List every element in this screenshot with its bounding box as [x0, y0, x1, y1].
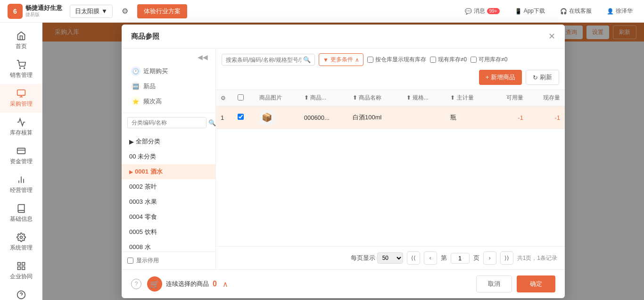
right-panel: 🔍 ▼ 更多条件 ∧ 按仓库显示现有库存	[216, 49, 565, 269]
sidebar-item-sales[interactable]: 销售管理	[0, 55, 42, 84]
sidebar-item-home[interactable]: 首页	[0, 26, 42, 55]
usable-filter[interactable]: 可用库存≠0	[471, 56, 507, 64]
cart-icon[interactable]: 🛒	[147, 276, 162, 292]
user-avatar[interactable]: 👤 徐泽华	[603, 5, 636, 17]
cat-0008[interactable]: 0008 水	[122, 240, 215, 251]
has-stock-filter[interactable]: 现有库存≠0	[430, 56, 467, 64]
more-filter-btn[interactable]: ▼ 更多条件 ∧	[319, 53, 363, 66]
sidebar-item-operation[interactable]: 经营管理	[0, 170, 42, 199]
footer-btns: 取消 确定	[476, 275, 555, 292]
logo-area: 6 畅捷通好生意 捷易版	[8, 4, 64, 19]
cat-search-icon[interactable]: 🔍	[208, 119, 216, 126]
search-icon[interactable]: 🔍	[303, 56, 311, 63]
cart-label: 连续选择的商品	[166, 280, 209, 288]
cell-checkbox[interactable]	[233, 106, 255, 129]
add-product-btn[interactable]: + 新增商品	[479, 70, 522, 85]
th-code[interactable]: ⬆ 商品...	[299, 90, 348, 106]
refresh-btn[interactable]: ↻ 刷新	[526, 70, 559, 85]
collapse-left-btn[interactable]: ◀◀	[196, 52, 210, 62]
recent-icon: 🕐	[131, 67, 140, 76]
th-image: 商品图片	[255, 90, 299, 106]
cat-0002[interactable]: 0002 茶叶	[122, 179, 215, 194]
main-layout: 首页 销售管理 采购管理 库存核算 资金管理 经营管理 基础信息 系统管理	[0, 23, 644, 300]
left-panel: ◀◀ 🕐 近期购买 🆕 新品 ⭐	[122, 49, 216, 269]
modal-footer: ? 🛒 连续选择的商品 0 ∧ 取消 确定	[122, 269, 565, 298]
cat-0005[interactable]: 0005 饮料	[122, 225, 215, 240]
th-checkbox	[233, 90, 255, 106]
service-btn[interactable]: 🎧 在线客服	[556, 5, 595, 17]
by-warehouse-filter[interactable]: 按仓库显示现有库存	[367, 56, 426, 64]
cart-count: 0	[213, 280, 217, 288]
by-warehouse-checkbox[interactable]	[367, 57, 373, 63]
page-number-input[interactable]	[451, 253, 470, 264]
filter-freq[interactable]: ⭐ 频次高	[127, 94, 210, 109]
sidebar-item-system[interactable]: 系统管理	[0, 228, 42, 257]
has-stock-checkbox[interactable]	[430, 57, 436, 63]
cell-usable: -1	[491, 106, 528, 129]
sidebar-item-basic[interactable]: 基础信息	[0, 199, 42, 228]
display-disabled-checkbox[interactable]	[127, 258, 133, 264]
select-all-checkbox[interactable]	[238, 94, 244, 100]
modal-close-btn[interactable]: ✕	[548, 31, 555, 42]
cancel-btn[interactable]: 取消	[476, 275, 512, 292]
table-header-row: ⚙ 商品图片	[216, 90, 565, 106]
msg-badge: 99+	[487, 8, 500, 14]
cell-image: 📦	[255, 106, 299, 129]
first-page-btn[interactable]: ⟨⟨	[407, 251, 420, 265]
cell-stock: -1	[528, 106, 565, 129]
app-download-btn[interactable]: 📱 App下载	[511, 5, 549, 17]
product-table: ⚙ 商品图片	[216, 90, 565, 129]
settings-icon[interactable]: ⚙	[118, 5, 132, 18]
confirm-btn[interactable]: 确定	[517, 275, 555, 292]
col-settings-icon[interactable]: ⚙	[221, 95, 226, 101]
filter-new[interactable]: 🆕 新品	[127, 79, 210, 94]
top-nav: 6 畅捷通好生意 捷易版 日太阳膜 ▼ ⚙ 体验行业方案 💬 消息 99+ 📱 …	[0, 0, 644, 23]
svg-rect-5	[17, 148, 25, 154]
product-search-input[interactable]	[226, 57, 301, 63]
sidebar-item-purchase[interactable]: 采购管理	[0, 84, 42, 113]
modal-header: 商品参照 ✕	[122, 25, 565, 49]
last-page-btn[interactable]: ⟩⟩	[500, 251, 513, 265]
help-icon[interactable]: ?	[131, 279, 141, 289]
content-area: 采购入库 查询 设置 刷新 商品参照 ✕	[42, 23, 644, 300]
cat-0001[interactable]: ▶ 0001 酒水	[122, 164, 215, 179]
cell-unit: 瓶	[446, 106, 491, 129]
svg-rect-12	[22, 263, 25, 266]
sidebar: 首页 销售管理 采购管理 库存核算 资金管理 经营管理 基础信息 系统管理	[0, 23, 42, 300]
new-icon: 🆕	[131, 82, 140, 91]
th-settings: ⚙	[216, 90, 233, 106]
trial-btn[interactable]: 体验行业方案	[137, 4, 187, 18]
cat-all[interactable]: ▶ 全部分类	[122, 134, 215, 149]
svg-rect-2	[17, 90, 25, 96]
footer-collapse-btn[interactable]: ∧	[223, 280, 228, 289]
svg-rect-14	[17, 267, 20, 270]
message-btn[interactable]: 💬 消息 99+	[461, 5, 504, 17]
usable-checkbox[interactable]	[471, 57, 477, 63]
modal-overlay: 商品参照 ✕ ◀◀ 🕐	[42, 23, 644, 300]
product-thumb: 📦	[259, 110, 274, 125]
toolbar: 🔍 ▼ 更多条件 ∧ 按仓库显示现有库存	[216, 49, 565, 90]
th-stock: 现存量	[528, 90, 565, 106]
cat-0003[interactable]: 0003 水果	[122, 194, 215, 209]
next-page-btn[interactable]: ›	[483, 251, 496, 265]
table-row[interactable]: 1 📦 000600... 白酒100ml 瓶 -1 -1	[216, 106, 565, 129]
sidebar-item-enterprise[interactable]: 企业协同	[0, 257, 42, 285]
cat-search-input[interactable]	[127, 117, 206, 128]
cart-area: 🛒 连续选择的商品 0	[147, 276, 217, 292]
per-page-dropdown[interactable]: 20 50 100	[377, 252, 403, 264]
sidebar-item-guide[interactable]: 新手引导	[0, 285, 42, 300]
th-name[interactable]: ⬆ 商品名称	[348, 90, 401, 106]
th-spec[interactable]: ⬆ 规格...	[402, 90, 446, 106]
filter-recent[interactable]: 🕐 近期购买	[127, 64, 210, 79]
sidebar-item-stock[interactable]: 库存核算	[0, 113, 42, 142]
logo-sub: 捷易版	[25, 11, 62, 18]
store-select[interactable]: 日太阳膜 ▼	[70, 5, 113, 18]
cat-0004[interactable]: 0004 零食	[122, 209, 215, 225]
logo-text: 畅捷通好生意	[25, 4, 62, 12]
pagination: 每页显示 20 50 100 ⟨⟨ ‹ 第 页	[216, 246, 565, 269]
sidebar-item-finance[interactable]: 资金管理	[0, 142, 42, 170]
prev-page-btn[interactable]: ‹	[424, 251, 437, 265]
cat-00[interactable]: 00 未分类	[122, 149, 215, 164]
svg-rect-13	[22, 267, 25, 270]
th-unit[interactable]: ⬆ 主计量	[446, 90, 491, 106]
